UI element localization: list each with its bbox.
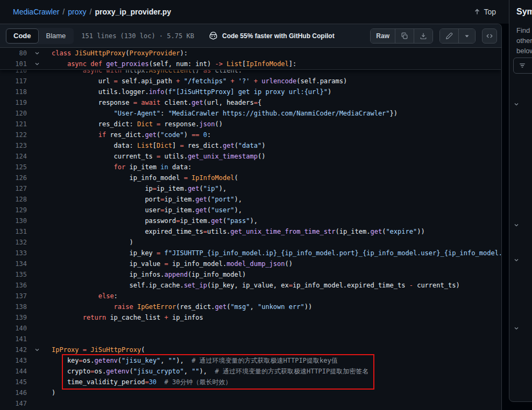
code-line: 131 expired_time_ts=utils.get_unix_time_… (0, 226, 501, 237)
line-number[interactable]: 139 (0, 312, 27, 323)
chevron-down-icon[interactable] (513, 222, 525, 228)
code-text: crypto=os.getenv("jisu_crypto", ""), # 通… (52, 366, 368, 377)
code-text: current_ts = utils.get_unix_timestamp() (52, 151, 265, 162)
line-number[interactable]: 138 (0, 301, 27, 312)
code-line: 143 key=os.getenv("jisu_key", ""), # 通过环… (0, 355, 501, 366)
code-text: ip=ip_item.get("ip"), (52, 183, 226, 194)
chevron-down-icon[interactable] (513, 257, 525, 263)
download-button[interactable] (414, 29, 432, 43)
line-number[interactable]: 145 (0, 377, 27, 387)
breadcrumb: MediaCrawler / proxy / proxy_ip_provider… (13, 8, 171, 16)
symbol-list-item[interactable] (513, 323, 525, 334)
code-line: 118 utils.logger.info(f"[JiSuHttpProxy] … (0, 87, 501, 97)
code-line: 130 password=ip_item.get("pass"), (0, 215, 501, 226)
line-number[interactable]: 122 (0, 130, 27, 140)
code-text: class JiSuHttpProxy(ProxyProvider): (52, 48, 188, 59)
chevron-slot (27, 269, 52, 280)
line-number[interactable]: 147 (0, 398, 27, 409)
symbols-filter-input[interactable] (513, 57, 532, 74)
symbol-list-item[interactable] (513, 220, 525, 231)
line-number[interactable]: 119 (0, 97, 27, 108)
tab-blame[interactable]: Blame (39, 28, 74, 44)
symbols-panel-title: Symbols (516, 7, 532, 17)
back-to-top-button[interactable]: Top (469, 5, 500, 18)
raw-button[interactable]: Raw (371, 29, 395, 43)
line-number[interactable]: 131 (0, 226, 27, 237)
code-line: 135 ip_infos.append(ip_info_model) (0, 269, 501, 280)
line-number[interactable]: 127 (0, 183, 27, 194)
line-number[interactable]: 130 (0, 215, 27, 226)
chevron-slot (27, 355, 52, 366)
chevron-slot (27, 398, 52, 409)
line-number[interactable]: 125 (0, 162, 27, 172)
line-number[interactable]: 128 (0, 194, 27, 205)
line-number[interactable]: 143 (0, 355, 27, 366)
line-number[interactable]: 129 (0, 205, 27, 215)
line-number[interactable]: 133 (0, 248, 27, 258)
line-number[interactable]: 144 (0, 366, 27, 377)
chevron-slot (27, 130, 52, 140)
breadcrumb-repo-link[interactable]: MediaCrawler (13, 8, 59, 16)
code-line: 101 async def get_proxies(self, num: int… (0, 59, 501, 69)
edit-dropdown-button[interactable] (458, 29, 475, 43)
tab-code[interactable]: Code (6, 28, 39, 44)
chevron-slot (27, 87, 52, 97)
code-text: expired_time_ts=utils.get_unix_time_from… (52, 226, 425, 237)
line-number[interactable]: 120 (0, 108, 27, 119)
collapse-chevron-icon[interactable] (27, 59, 52, 69)
code-text: url = self.api_path + "/fetchips" + '?' … (52, 76, 347, 87)
line-number[interactable]: 123 (0, 140, 27, 151)
pencil-icon (445, 32, 453, 40)
line-number[interactable]: 118 (0, 87, 27, 97)
code-lines: 116 async with httpx.AsyncClient() as cl… (0, 65, 501, 409)
code-line: 142IpProxy = JiSuHttpProxy( (0, 344, 501, 355)
raw-actions-group: Raw (370, 28, 433, 44)
copilot-banner[interactable]: Code 55% faster with GitHub Copilot (209, 31, 335, 40)
collapse-chevron-icon[interactable] (27, 344, 52, 355)
line-number[interactable]: 121 (0, 119, 27, 130)
code-line: 127 ip=ip_item.get("ip"), (0, 183, 501, 194)
line-number[interactable]: 142 (0, 344, 27, 355)
line-number[interactable]: 146 (0, 387, 27, 398)
edit-group (439, 28, 476, 44)
edit-button[interactable] (440, 29, 458, 43)
file-content-box: Code Blame 151 lines (130 loc) · 5.75 KB… (0, 24, 502, 410)
code-viewer: 116 async with httpx.AsyncClient() as cl… (0, 48, 501, 410)
code-line: 141 (0, 334, 501, 344)
symbols-panel-toggle-button[interactable] (482, 28, 497, 44)
chevron-down-icon[interactable] (513, 101, 525, 107)
code-text: key=os.getenv("jisu_key", ""), # 通过环境变量的… (52, 355, 338, 366)
line-number[interactable]: 117 (0, 76, 27, 87)
chevron-slot (27, 97, 52, 108)
chevron-slot (27, 119, 52, 130)
code-line: 123 data: List[Dict] = res_dict.get("dat… (0, 140, 501, 151)
code-text: IpProxy = JiSuHttpProxy( (52, 344, 145, 355)
chevron-slot (27, 280, 52, 291)
line-number[interactable]: 126 (0, 172, 27, 183)
code-text: res_dict: Dict = response.json() (52, 119, 223, 130)
copy-button[interactable] (395, 29, 414, 43)
line-number[interactable]: 132 (0, 237, 27, 248)
file-info: 151 lines (130 loc) · 5.75 KB (81, 32, 194, 40)
symbol-list-item[interactable] (513, 255, 525, 265)
symbol-list-item[interactable] (513, 99, 525, 110)
chevron-down-icon[interactable] (513, 325, 525, 332)
breadcrumb-folder-link[interactable]: proxy (68, 8, 86, 16)
code-line: 147 (0, 398, 501, 409)
line-number[interactable]: 136 (0, 280, 27, 291)
collapse-chevron-icon[interactable] (27, 48, 52, 59)
line-number[interactable]: 124 (0, 151, 27, 162)
chevron-slot (27, 377, 52, 387)
chevron-slot (27, 366, 52, 377)
line-number[interactable]: 141 (0, 334, 27, 344)
line-number[interactable]: 101 (0, 59, 27, 69)
line-number[interactable]: 140 (0, 323, 27, 334)
line-number[interactable]: 80 (0, 48, 27, 59)
code-text: time_validity_period=30 # 30分钟（最长时效） (52, 377, 231, 387)
chevron-slot (27, 226, 52, 237)
code-text: ) (52, 387, 55, 398)
line-number[interactable]: 134 (0, 258, 27, 269)
line-number[interactable]: 137 (0, 291, 27, 301)
chevron-slot (27, 334, 52, 344)
line-number[interactable]: 135 (0, 269, 27, 280)
